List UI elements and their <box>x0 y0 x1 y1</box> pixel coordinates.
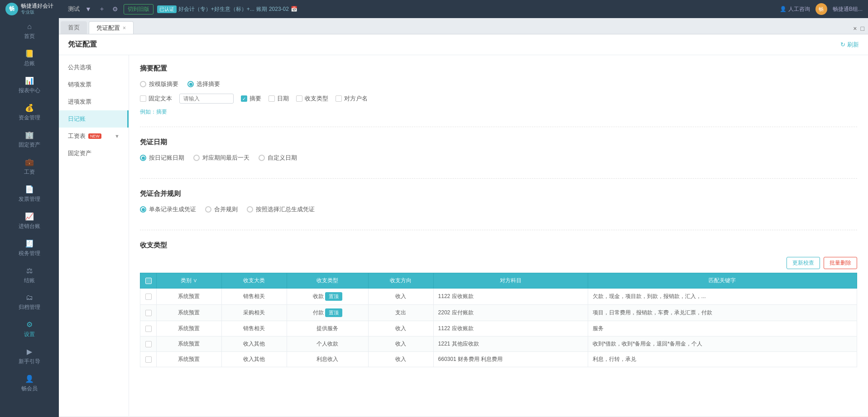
left-nav-purchase-invoice[interactable]: 进项发票 <box>59 93 129 110</box>
calendar-icon[interactable]: 📅 <box>291 6 297 12</box>
th-checkbox[interactable] <box>140 273 157 289</box>
sidebar-item-ledger[interactable]: 📒 总账 <box>0 45 59 72</box>
sidebar-item-settings[interactable]: ⚙ 设置 <box>0 316 59 343</box>
human-service-button[interactable]: 👤 人工咨询 <box>780 5 810 13</box>
row-checkbox-cell[interactable] <box>140 289 157 305</box>
window-close-button[interactable]: × <box>853 25 857 32</box>
left-nav-public[interactable]: 公共选项 <box>59 59 129 76</box>
fixed-text-box <box>140 95 146 102</box>
topbar-right: 👤 人工咨询 畅 畅捷通B组... <box>780 3 863 15</box>
row-checkbox-cell[interactable] <box>140 321 157 336</box>
config-layout: 公共选项 销项发票 进项发票 日记账 工资表 NEW ▼ <box>59 55 868 416</box>
update-check-button[interactable]: 更新校查 <box>786 257 820 269</box>
brand: 畅 畅捷通好会计 专业版 <box>5 3 64 15</box>
tab-home[interactable]: 首页 <box>61 21 87 34</box>
header-checkbox[interactable] <box>145 278 152 284</box>
checkbox-date[interactable]: 日期 <box>269 95 289 103</box>
period-value: 2023-02 <box>269 6 289 12</box>
ledger-icon: 📒 <box>25 49 34 58</box>
date-box <box>269 95 275 102</box>
journal-date-circle <box>140 155 146 161</box>
summary-box: ✓ <box>241 95 247 102</box>
sidebar-item-settlement[interactable]: ⚖ 结账 <box>0 262 59 289</box>
income-expense-section: 收支类型 更新校查 批量删除 类别 ∨ <box>140 241 857 378</box>
sidebar-item-guide[interactable]: ▶ 新手引导 <box>0 343 59 370</box>
row-checkbox-2[interactable] <box>145 326 152 332</box>
row-checkbox-cell[interactable] <box>140 336 157 352</box>
radio-period-last[interactable]: 对应期间最后一天 <box>193 154 249 162</box>
row-checkbox-cell[interactable] <box>140 352 157 367</box>
merge-rules-title: 凭证合并规则 <box>140 190 857 198</box>
sidebar-item-home[interactable]: ⌂ 首页 <box>0 18 59 45</box>
batch-delete-button[interactable]: 批量删除 <box>824 257 857 269</box>
refresh-icon: ↻ <box>840 41 845 48</box>
row-checkbox-cell[interactable] <box>140 305 157 321</box>
settlement-icon: ⚖ <box>26 266 33 275</box>
radio-select-summary[interactable]: 选择摘要 <box>187 80 220 88</box>
period-label: 账期 <box>256 5 267 13</box>
sidebar-item-payroll[interactable]: 💼 工资 <box>0 153 59 180</box>
sidebar-item-fixed-assets[interactable]: 🏢 固定资产 <box>0 126 59 153</box>
checkbox-fixed-text[interactable]: 固定文本 <box>140 95 172 103</box>
tab-close-icon[interactable]: × <box>123 25 126 31</box>
cell-direction: 收入 <box>368 321 433 336</box>
override-button[interactable]: 置顶 <box>325 308 342 317</box>
radio-single-record[interactable]: 单条记录生成凭证 <box>140 205 196 213</box>
radio-select-circle <box>187 81 194 87</box>
sidebar-label-member: 畅会员 <box>21 385 38 393</box>
merge-rules-section: 凭证合并规则 单条记录生成凭证 合并规则 <box>140 190 857 230</box>
row-checkbox-4[interactable] <box>145 356 152 363</box>
product-tags: 好会计（专）+好生意（标）+... <box>178 5 254 13</box>
checkbox-summary[interactable]: ✓ 摘要 <box>241 95 261 103</box>
radio-summary-gen[interactable]: 按照选择汇总生成凭证 <box>247 205 315 213</box>
sidebar-label-fixed-assets: 固定资产 <box>19 141 40 149</box>
cell-category: 系统预置 <box>157 321 222 336</box>
avatar[interactable]: 畅 <box>815 3 827 15</box>
table-row: 系统预置 收入其他 利息收入 收入 660301 财务费用 利息费用 利息，行转… <box>140 352 857 367</box>
checkbox-income-type[interactable]: 收支类型 <box>296 95 328 103</box>
window-max-button[interactable]: □ <box>861 25 864 32</box>
fixed-text-input[interactable] <box>179 94 234 104</box>
refresh-button[interactable]: ↻ 刷新 <box>840 41 859 49</box>
gear-icon[interactable]: ⚙ <box>110 5 120 14</box>
archive-icon: 🗂 <box>26 294 33 302</box>
plus-icon[interactable]: ＋ <box>97 4 107 14</box>
sidebar-label-tax: 税务管理 <box>19 250 40 257</box>
sidebar-label-guide: 新手引导 <box>19 358 40 365</box>
sidebar-item-funds[interactable]: 💰 资金管理 <box>0 99 59 126</box>
summary-gen-circle <box>247 206 253 213</box>
cell-keywords: 收到*借款，收到*备用金，退回*备用金，个人 <box>588 336 857 352</box>
chevron-down-icon: ▼ <box>115 133 120 139</box>
sidebar-item-tax[interactable]: 🧾 税务管理 <box>0 235 59 262</box>
row-checkbox-0[interactable] <box>145 294 152 300</box>
cell-category: 系统预置 <box>157 336 222 352</box>
left-nav-sales-invoice[interactable]: 销项发票 <box>59 76 129 93</box>
left-nav-fixed-assets[interactable]: 固定资产 <box>59 145 129 162</box>
override-button[interactable]: 置顶 <box>325 292 342 301</box>
sidebar-label-settlement: 结账 <box>24 277 35 284</box>
fixed-assets-icon: 🏢 <box>25 131 34 139</box>
left-nav-journal[interactable]: 日记账 <box>59 110 129 128</box>
sidebar-label-funds: 资金管理 <box>19 114 40 122</box>
sidebar-item-member[interactable]: 👤 畅会员 <box>0 370 59 397</box>
sidebar-item-reports[interactable]: 📊 报表中心 <box>0 72 59 99</box>
row-checkbox-3[interactable] <box>145 341 152 347</box>
radio-template-summary[interactable]: 按模版摘要 <box>140 80 178 88</box>
sales-icon: 📈 <box>25 212 34 221</box>
checkbox-counterparty[interactable]: 对方户名 <box>336 95 368 103</box>
sidebar-item-archive[interactable]: 🗂 归档管理 <box>0 289 59 316</box>
dropdown-icon[interactable]: ▼ <box>83 5 93 14</box>
topbar: 畅 畅捷通好会计 专业版 测试 ▼ ＋ ⚙ 切到旧版 已认证 好会计（专）+好生… <box>0 0 868 18</box>
cell-sub-type: 提供服务 <box>287 321 368 336</box>
radio-journal-date[interactable]: 按日记账日期 <box>140 154 184 162</box>
radio-merge-rule[interactable]: 合并规则 <box>205 205 238 213</box>
left-nav-payroll[interactable]: 工资表 NEW ▼ <box>59 128 129 145</box>
radio-custom-date[interactable]: 自定义日期 <box>259 154 297 162</box>
sidebar-item-invoices[interactable]: 📄 发票管理 <box>0 180 59 208</box>
tab-voucher-config[interactable]: 凭证配置 × <box>89 21 134 34</box>
switch-version-button[interactable]: 切到旧版 <box>124 4 153 14</box>
sidebar-label-payroll: 工资 <box>24 168 35 176</box>
row-checkbox-1[interactable] <box>145 310 152 316</box>
sidebar-item-sales[interactable]: 📈 进销台账 <box>0 208 59 235</box>
summary-config-section: 摘要配置 按模版摘要 选择摘要 <box>140 64 857 127</box>
